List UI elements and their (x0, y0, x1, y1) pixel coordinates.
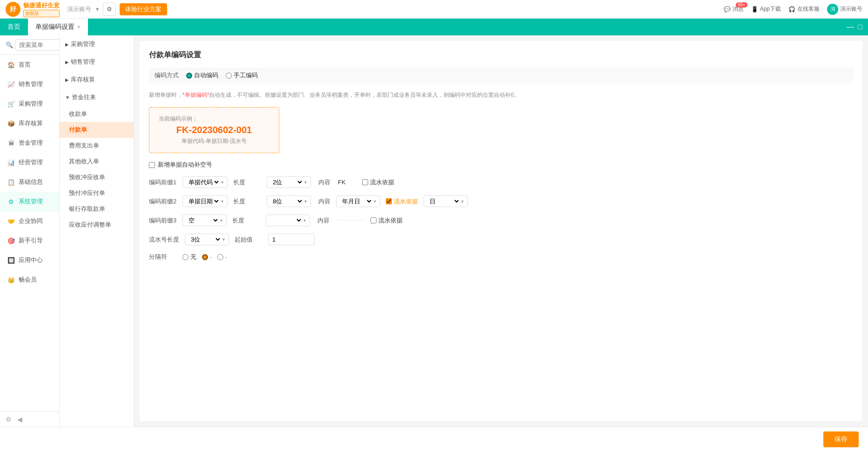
sep-dot2-radio[interactable] (217, 254, 223, 260)
sub-group-funds: ▼ 资金往来 收款单 付款单 费用支出单 其他收入单 预收冲应收单 预付冲应付单… (60, 88, 134, 233)
manual-code-label: 手工编码 (234, 71, 258, 80)
serial-start-input[interactable] (268, 234, 315, 245)
sep-none-radio[interactable] (182, 254, 188, 260)
sidebar-settings-icon[interactable]: ⚙ (6, 416, 12, 423)
sub-item-bank[interactable]: 银行存取款单 (60, 201, 134, 217)
user-profile[interactable]: 演 演示账号 (827, 4, 862, 15)
dropdown-arrow-icon[interactable]: ▾ (96, 6, 99, 13)
sub-item-prepaid-ar[interactable]: 预收冲应收单 (60, 169, 134, 185)
manual-code-radio-input[interactable] (226, 73, 232, 79)
sub-item-receipt[interactable]: 收款单 (60, 106, 134, 122)
content-2-select-wrap[interactable]: 年月日 ▾ (336, 195, 380, 207)
edition-badge: 旗舰版 (23, 10, 60, 17)
sep-dot-radio[interactable] (202, 254, 208, 260)
length-3-select-wrap[interactable]: ▾ (266, 215, 310, 226)
sidebar-collapse-icon[interactable]: ◀ (17, 416, 22, 423)
serial-basis-2-checkbox[interactable] (386, 198, 392, 204)
day-select[interactable]: 日 月 年 (428, 197, 460, 205)
app-name: 畅捷通好生意 (23, 1, 60, 10)
prefix-2-select-wrap[interactable]: 单据日期 ▾ (182, 195, 228, 207)
length-3-select[interactable] (270, 216, 303, 224)
serial-basis-3-label: 流水依据 (378, 216, 403, 225)
prefix-2-select[interactable]: 单据日期 (187, 197, 220, 205)
prefix-row-1: 编码前缀1 单据代码 ▾ 长度 2位 ▾ 内容 FK (149, 176, 853, 188)
serial-basis-2[interactable]: 流水依据 (386, 197, 418, 206)
length-1-select-wrap[interactable]: 2位 ▾ (267, 176, 311, 188)
sep-none[interactable]: 无 (182, 253, 196, 261)
arrow-down-icon: ▼ (65, 95, 70, 100)
sidebar-item-guide[interactable]: 🎯 新手引导 (0, 231, 59, 250)
content-2-select[interactable]: 年月日 (340, 197, 373, 205)
serial-basis-3[interactable]: 流水依据 (370, 216, 403, 225)
prefix-3-select-wrap[interactable]: 空 ▾ (182, 215, 227, 226)
minimize-icon[interactable]: — (847, 23, 854, 31)
length-1-select[interactable]: 2位 (271, 178, 303, 186)
close-tab-icon[interactable]: × (77, 24, 81, 30)
sidebar-item-member[interactable]: 👑 畅会员 (0, 270, 59, 289)
sub-group-funds-title[interactable]: ▼ 资金往来 (60, 88, 134, 106)
content-area: 付款单编码设置 编码方式 自动编码 手工编码 新增单据时，*单据编码* (134, 35, 868, 427)
prefix-3-select[interactable]: 空 (187, 216, 219, 224)
message-icon: 💬 (724, 6, 731, 13)
content-3-value (337, 220, 365, 221)
apps-icon: 🔲 (7, 256, 15, 264)
sub-group-inventory-title[interactable]: ▶ 库存核算 (60, 71, 134, 88)
sidebar-item-inventory[interactable]: 📦 库存核算 (0, 114, 59, 133)
sidebar-item-sales[interactable]: 📈 销售管理 (0, 74, 59, 94)
prefix-1-select[interactable]: 单据代码 (187, 178, 220, 186)
prefix-row-2: 编码前缀2 单据日期 ▾ 长度 8位 ▾ 内容 年月日 (149, 195, 853, 207)
sub-item-payment[interactable]: 付款单 (60, 122, 134, 138)
sidebar-item-management-label: 经营管理 (19, 158, 43, 167)
arrow-right-icon: ▶ (65, 42, 69, 47)
serial-length-select-wrap[interactable]: 3位 4位 5位 ▾ (185, 234, 229, 245)
auto-code-radio-input[interactable] (186, 73, 192, 79)
sidebar-item-management[interactable]: 📊 经营管理 (0, 153, 59, 172)
sidebar-item-finance[interactable]: 🏛 资金管理 (0, 133, 59, 153)
sidebar-item-purchase[interactable]: 🛒 采购管理 (0, 94, 59, 114)
prefix-1-select-wrap[interactable]: 单据代码 ▾ (182, 176, 228, 188)
system-icon: ⚙ (7, 198, 15, 205)
auto-code-radio[interactable]: 自动编码 (186, 71, 218, 80)
sidebar-item-collab[interactable]: 🤝 企业协同 (0, 211, 59, 231)
sub-group-sales: ▶ 销售管理 (60, 53, 134, 71)
app-download-button[interactable]: 📱 App下载 (751, 5, 781, 13)
separator-row: 分隔符 无 · · (149, 253, 853, 261)
sub-item-other-income[interactable]: 其他收入单 (60, 154, 134, 169)
serial-basis-1-label: 流水依据 (370, 178, 394, 187)
auto-fill-row: 新增单据自动补空号 (149, 161, 853, 169)
sep-dot2[interactable]: · (217, 254, 227, 261)
sidebar-item-system[interactable]: ⚙ 系统管理 (0, 192, 59, 211)
sub-item-expense[interactable]: 费用支出单 (60, 138, 134, 154)
serial-length-dropdown-icon: ▾ (222, 237, 225, 242)
sub-item-prepaid-ap[interactable]: 预付冲应付单 (60, 185, 134, 201)
sidebar-item-home[interactable]: 🏠 首页 (0, 55, 59, 74)
serial-basis-3-checkbox[interactable] (370, 217, 377, 223)
online-service-button[interactable]: 🎧 在线客服 (788, 5, 820, 13)
sub-group-sales-title[interactable]: ▶ 销售管理 (60, 53, 134, 71)
serial-basis-1-checkbox[interactable] (362, 179, 368, 185)
serial-basis-1[interactable]: 流水依据 (362, 178, 394, 187)
auto-fill-checkbox[interactable] (149, 162, 155, 168)
day-select-wrap[interactable]: 日 月 年 ▾ (424, 195, 468, 207)
sub-item-ar-ap-adjust[interactable]: 应收应付调整单 (60, 217, 134, 233)
length-2-select[interactable]: 8位 (271, 197, 303, 205)
sidebar-item-apps[interactable]: 🔲 应用中心 (0, 250, 59, 270)
serial-length-select[interactable]: 3位 4位 5位 (189, 236, 222, 243)
manual-code-radio[interactable]: 手工编码 (226, 71, 258, 80)
message-button[interactable]: 💬 消息 99+ (724, 5, 744, 13)
tab-bill-coding[interactable]: 单据编码设置 × (28, 19, 88, 35)
save-button[interactable]: 保存 (823, 431, 859, 447)
settings-button[interactable]: ⚙ (103, 3, 116, 16)
sidebar-item-basic-info[interactable]: 📋 基础信息 (0, 172, 59, 192)
tab-home[interactable]: 首页 (0, 19, 28, 35)
coding-method-radio-group: 自动编码 手工编码 (186, 71, 258, 80)
sub-sidebar: ▶ 采购管理 ▶ 销售管理 ▶ 库存核算 ▼ 资金往来 收款单 付款单 费用支出… (60, 35, 134, 427)
sep-dot[interactable]: · (202, 254, 212, 261)
sub-group-purchase-title[interactable]: ▶ 采购管理 (60, 35, 134, 53)
maximize-icon[interactable]: □ (858, 23, 862, 31)
trial-button[interactable]: 体验行业方案 (120, 3, 167, 15)
inventory-icon: 📦 (7, 120, 15, 127)
separator-label: 分隔符 (149, 253, 177, 261)
search-input[interactable] (15, 39, 60, 51)
length-2-select-wrap[interactable]: 8位 ▾ (267, 195, 311, 207)
